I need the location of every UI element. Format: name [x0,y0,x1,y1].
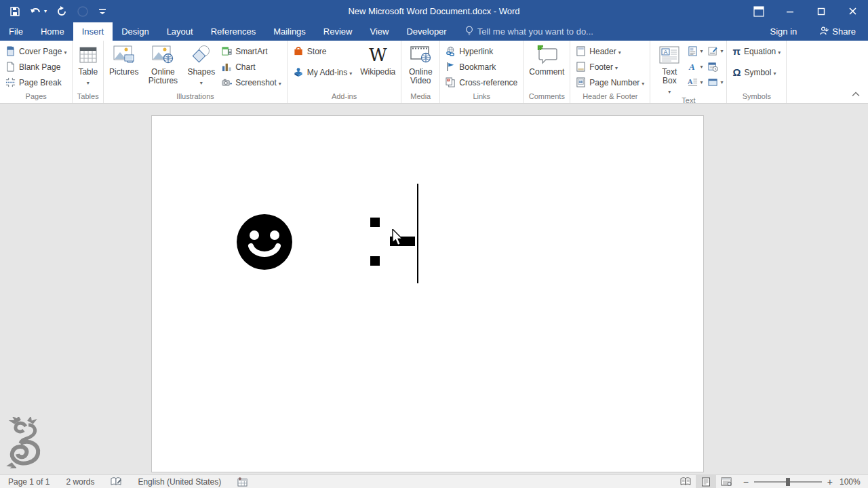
title-bar: New Microsoft Word Document.docx - Word [0,0,868,22]
blank-page-icon [5,62,16,72]
zoom-slider-handle[interactable] [786,478,790,486]
smiley-face-shape[interactable] [236,214,293,272]
share-button[interactable]: Share [808,22,868,41]
ribbon-display-options-icon[interactable] [743,0,774,22]
shapes-button[interactable]: Shapes [184,42,218,87]
group-media: Online Video Media [401,41,440,103]
tell-me-placeholder: Tell me what you want to do... [477,26,593,37]
quick-parts-button[interactable] [686,43,704,59]
web-layout-button[interactable] [716,475,736,488]
date-time-button[interactable] [707,59,724,75]
store-button[interactable]: Store [290,43,357,59]
print-layout-button[interactable] [696,475,716,488]
tell-me-box[interactable]: Tell me what you want to do... [465,22,593,41]
page-break-button[interactable]: Page Break [2,75,70,90]
table-dropdown-caret [87,77,90,87]
text-box-button[interactable]: A Text Box [652,42,686,96]
selection-handle[interactable] [370,218,380,227]
equation-button[interactable]: π Equation [729,43,784,59]
cover-page-button[interactable]: Cover Page [2,43,70,59]
comment-button[interactable]: Comment [526,42,568,77]
signature-line-icon [708,46,718,56]
my-addins-button[interactable]: My Add-ins [290,64,357,80]
language-indicator[interactable]: English (United States) [130,477,229,487]
ribbon: Cover Page Blank Page Page Break Pages T… [0,41,868,104]
tab-layout[interactable]: Layout [158,22,202,41]
zoom-out-icon[interactable]: − [743,476,749,487]
zoom-in-icon[interactable]: + [827,476,833,487]
word-count[interactable]: 2 words [58,477,102,487]
signature-line-button[interactable] [707,43,724,59]
online-video-button[interactable]: Online Video [403,42,437,85]
chart-button[interactable]: Chart [218,59,285,75]
object-icon [708,77,718,87]
vertical-line-shape[interactable] [417,184,418,283]
tab-references[interactable]: References [202,22,264,41]
tab-review[interactable]: Review [315,22,361,41]
person-icon [820,26,829,37]
proofing-status[interactable] [102,476,130,487]
wordart-button[interactable]: A [686,59,704,75]
text-box-dropdown-caret [668,86,671,96]
footer-button[interactable]: Footer [572,59,648,75]
symbol-icon: Ω [732,67,741,77]
mouse-cursor [391,229,406,249]
object-button[interactable] [707,75,724,90]
symbol-button[interactable]: Ω Symbol [729,64,784,80]
touch-mode-icon[interactable] [77,5,89,18]
smartart-button[interactable]: SmartArt [218,43,285,59]
undo-icon[interactable] [30,7,47,16]
repeat-icon[interactable] [56,6,67,17]
group-label-tables: Tables [75,92,101,103]
my-addins-icon [293,67,304,77]
selection-handle[interactable] [370,256,380,266]
cross-reference-button[interactable]: Cross-reference [442,75,521,90]
store-icon [293,46,304,56]
group-text: A Text Box A A [650,41,727,103]
group-illustrations: Pictures Online Pictures Shapes SmartArt [104,41,288,103]
table-button[interactable]: Table [75,42,101,87]
text-box-icon: A [659,44,679,66]
drop-cap-button[interactable]: A [686,75,704,90]
collapse-ribbon-button[interactable] [852,41,868,103]
tab-design[interactable]: Design [113,22,157,41]
read-mode-button[interactable] [675,475,696,488]
online-pictures-button[interactable]: Online Pictures [142,42,184,85]
maximize-button[interactable] [806,0,837,22]
minimize-button[interactable] [774,0,806,22]
bookmark-icon [446,62,456,72]
tab-view[interactable]: View [361,22,397,41]
screenshot-button[interactable]: Screenshot [218,75,285,90]
wikipedia-button[interactable]: W Wikipedia [357,42,399,77]
tab-mailings[interactable]: Mailings [264,22,315,41]
page-number-button[interactable]: Page Number [572,75,648,90]
group-links: Hyperlink Bookmark Cross-reference Links [440,41,524,103]
svg-text:A: A [688,78,693,85]
header-button[interactable]: Header [572,43,648,59]
macro-recording-button[interactable] [229,477,256,487]
tab-home[interactable]: Home [32,22,73,41]
cover-page-icon [5,46,16,56]
date-time-icon [708,62,718,72]
cross-reference-icon [446,77,456,87]
group-addins: Store My Add-ins W Wikipedia Add-ins [288,41,401,103]
equation-icon: π [732,46,740,56]
zoom-slider[interactable] [754,481,822,483]
hyperlink-button[interactable]: Hyperlink [442,43,521,59]
tab-insert[interactable]: Insert [73,22,113,41]
tab-developer[interactable]: Developer [397,22,455,41]
pictures-button[interactable]: Pictures [106,42,142,77]
group-label-pages: Pages [2,92,70,103]
sign-in-link[interactable]: Sign in [760,26,808,37]
tab-file[interactable]: File [0,22,32,41]
blank-page-button[interactable]: Blank Page [2,59,70,75]
chevron-up-icon [852,89,860,99]
save-icon[interactable] [9,6,20,17]
customize-qat-icon[interactable] [98,7,106,16]
document-page[interactable] [151,115,704,472]
zoom-percentage[interactable]: 100% [840,477,868,487]
close-button[interactable] [837,0,868,22]
page-indicator[interactable]: Page 1 of 1 [0,477,58,487]
bookmark-button[interactable]: Bookmark [442,59,521,75]
lightbulb-icon [465,26,473,38]
